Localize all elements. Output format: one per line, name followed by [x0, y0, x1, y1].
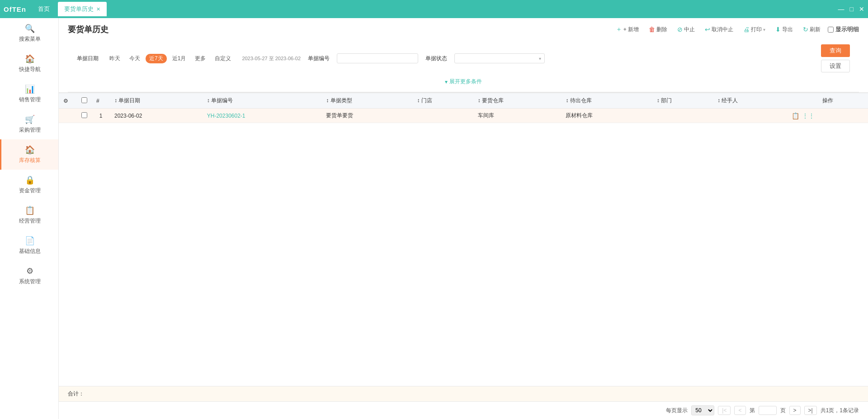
delete-button[interactable]: 🗑 删除: [646, 24, 670, 35]
sidebar-item-search[interactable]: 🔍 搜索菜单: [0, 18, 58, 48]
row-edit-icon[interactable]: 📋: [792, 112, 799, 119]
row-docnum-link[interactable]: YH-20230602-1: [207, 113, 245, 119]
row-docnum-cell[interactable]: YH-20230602-1: [203, 109, 322, 123]
date-btn-7days[interactable]: 近7天: [146, 54, 167, 63]
date-btn-more[interactable]: 更多: [191, 54, 209, 63]
home-icon: 🏠: [25, 54, 35, 64]
expand-more-btn[interactable]: ▾ 展开更多条件: [77, 76, 850, 87]
table-wrapper: ⚙ # ↕ 单据日期 ↕ 单据编号: [59, 93, 868, 386]
export-button[interactable]: ⬇ 导出: [773, 24, 796, 35]
row-dept-cell: [652, 109, 713, 123]
page-size-select[interactable]: 10 20 50 100: [691, 405, 714, 415]
col-docnum[interactable]: ↕ 单据编号: [203, 93, 322, 109]
page-size-label: 每页显示: [666, 407, 688, 414]
clipboard-icon: 📋: [25, 205, 35, 215]
gear-icon: ⚙: [26, 266, 33, 276]
tab-bar: OfTEn 首页 要货单历史 ✕: [4, 2, 838, 16]
pagination: 每页显示 10 20 50 100 |< < 第 1 页 > >| 共1页，1条…: [59, 401, 868, 419]
filter-action-buttons: 查询 设置: [821, 44, 850, 72]
print-arrow-icon: ▾: [763, 27, 765, 32]
sidebar-item-sales[interactable]: 📊 销售管理: [0, 79, 58, 109]
select-all-checkbox[interactable]: [81, 97, 87, 103]
chevron-down-small-icon: ▾: [445, 79, 448, 85]
tab-purchase-history[interactable]: 要货单历史 ✕: [58, 2, 107, 16]
status-select[interactable]: [454, 53, 545, 63]
page-label-end: 页: [780, 407, 786, 414]
date-btn-custom[interactable]: 自定义: [211, 54, 235, 63]
cancel-stop-button[interactable]: ↩ 取消中止: [702, 24, 736, 35]
date-btn-1month[interactable]: 近1月: [169, 54, 190, 63]
sidebar-label-quick-nav: 快捷导航: [19, 66, 41, 73]
chart-icon: 📊: [25, 84, 35, 94]
prev-page-button[interactable]: <: [734, 406, 745, 415]
filter-row-main: 单据日期 昨天 今天 近7天 近1月 更多 自定义 2023-05-27 至 2…: [77, 44, 850, 72]
tab-home-label: 首页: [38, 5, 50, 13]
col-dept[interactable]: ↕ 部门: [652, 93, 713, 109]
col-date[interactable]: ↕ 单据日期: [110, 93, 203, 109]
next-page-button[interactable]: >: [789, 406, 801, 415]
plus-icon: ＋: [616, 25, 622, 33]
sidebar-item-finance[interactable]: 🔒 资金管理: [0, 170, 58, 200]
new-button[interactable]: ＋ + 新增: [613, 24, 642, 35]
table-header: ⚙ # ↕ 单据日期 ↕ 单据编号: [59, 93, 868, 109]
col-type[interactable]: ↕ 单据类型: [321, 93, 412, 109]
date-filter-label: 单据日期: [77, 55, 99, 62]
refresh-label: 刷新: [810, 26, 821, 33]
col-handler[interactable]: ↕ 经手人: [713, 93, 787, 109]
sidebar-item-purchase[interactable]: 🛒 采购管理: [0, 109, 58, 139]
filter-area: 单据日期 昨天 今天 近7天 近1月 更多 自定义 2023-05-27 至 2…: [68, 40, 859, 92]
status-select-wrap: ▾: [454, 53, 545, 63]
col-store[interactable]: ↕ 门店: [413, 93, 473, 109]
row-date-cell: 2023-06-02: [110, 109, 203, 123]
sidebar-label-basic: 基础信息: [19, 248, 41, 255]
col-handler-label: ↕ 经手人: [717, 97, 738, 104]
row-checkbox[interactable]: [81, 112, 87, 118]
docnum-input[interactable]: [337, 53, 418, 63]
delete-icon: 🗑: [649, 26, 655, 33]
print-button[interactable]: 🖨 打印 ▾: [741, 24, 768, 35]
table-body: 1 2023-06-02 YH-20230602-1 要货单要货 车间库 原材料…: [59, 109, 868, 123]
stop-button[interactable]: ⊘ 中止: [675, 24, 698, 35]
tab-purchase-history-label: 要货单历史: [64, 5, 94, 13]
cancel-stop-label: 取消中止: [712, 26, 733, 33]
sidebar-label-sales: 销售管理: [19, 96, 41, 104]
row-handler-cell: [713, 109, 787, 123]
date-btn-yesterday[interactable]: 昨天: [106, 54, 124, 63]
show-detail-toggle[interactable]: 显示明细: [828, 25, 859, 33]
row-more-icon[interactable]: ⋮⋮: [802, 112, 815, 119]
col-docnum-label: ↕ 单据编号: [207, 97, 233, 104]
sidebar: 🔍 搜索菜单 🏠 快捷导航 📊 销售管理 🛒 采购管理 🏠 库存核算 🔒 资金管…: [0, 18, 59, 419]
tab-close-icon[interactable]: ✕: [96, 6, 100, 12]
row-checkbox-cell: [77, 109, 92, 123]
close-icon[interactable]: ✕: [859, 5, 864, 13]
table-row: 1 2023-06-02 YH-20230602-1 要货单要货 车间库 原材料…: [59, 109, 868, 123]
sidebar-item-basic[interactable]: 📄 基础信息: [0, 230, 58, 261]
cancel-stop-icon: ↩: [705, 26, 710, 33]
sidebar-label-system: 系统管理: [19, 278, 41, 286]
sidebar-item-system[interactable]: ⚙ 系统管理: [0, 261, 58, 291]
sidebar-item-inventory[interactable]: 🏠 库存核算: [0, 139, 58, 170]
col-wait-warehouse[interactable]: ↕ 待出仓库: [561, 93, 652, 109]
search-button[interactable]: 查询: [821, 44, 850, 57]
col-settings[interactable]: ⚙: [59, 93, 77, 109]
maximize-icon[interactable]: □: [850, 5, 854, 13]
page-input[interactable]: 1: [759, 406, 777, 415]
refresh-button[interactable]: ↻ 刷新: [800, 24, 823, 35]
tab-home[interactable]: 首页: [32, 2, 56, 16]
show-detail-checkbox[interactable]: [828, 27, 834, 33]
sidebar-item-quick-nav[interactable]: 🏠 快捷导航: [0, 48, 58, 79]
minimize-icon[interactable]: —: [838, 5, 844, 13]
col-dept-label: ↕ 部门: [657, 97, 672, 104]
first-page-button[interactable]: |<: [718, 406, 731, 415]
row-settings-cell: [59, 109, 77, 123]
date-btn-today[interactable]: 今天: [126, 54, 144, 63]
setting-button[interactable]: 设置: [821, 60, 850, 72]
row-num-cell: 1: [92, 109, 110, 123]
col-req-warehouse[interactable]: ↕ 要货仓库: [473, 93, 561, 109]
sidebar-item-operation[interactable]: 📋 经营管理: [0, 200, 58, 230]
sidebar-label-purchase: 采购管理: [19, 126, 41, 134]
last-page-button[interactable]: >|: [804, 406, 817, 415]
col-store-label: ↕ 门店: [417, 97, 432, 104]
inventory-icon: 🏠: [25, 145, 35, 155]
col-num: #: [92, 93, 110, 109]
